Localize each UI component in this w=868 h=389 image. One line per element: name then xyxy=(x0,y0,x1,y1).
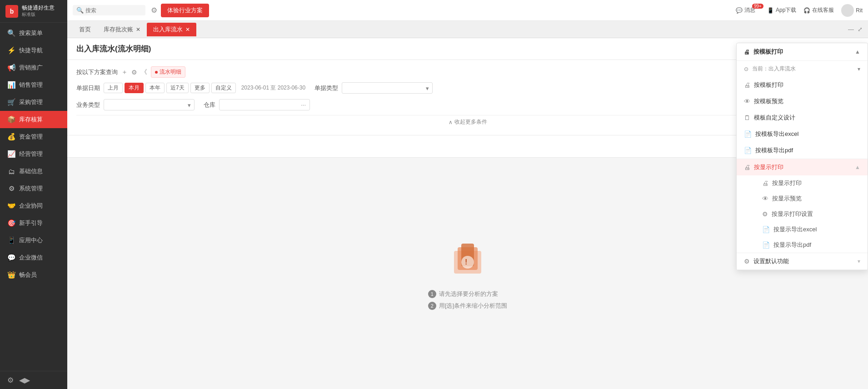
sidebar-label-inventory: 库存核算 xyxy=(19,115,43,124)
user-menu[interactable]: Rit xyxy=(841,4,863,17)
display-export-pdf-label: 按显示导出pdf xyxy=(773,241,860,249)
dropdown-header-label: 按模板打印 xyxy=(753,48,855,56)
collapse-label: 收起更多条件 xyxy=(454,118,487,126)
doc-type-select[interactable] xyxy=(342,82,433,94)
default-function-icon: ⚙ xyxy=(744,258,750,265)
dropdown-display-export-excel[interactable]: 📄 按显示导出excel xyxy=(746,222,868,237)
sidebar-item-basic[interactable]: 🗂 基础信息 xyxy=(0,163,67,180)
filter-tag-dot xyxy=(155,71,158,74)
sidebar-item-system[interactable]: ⚙ 系统管理 xyxy=(0,180,67,197)
template-custom-label: 模板自定义设计 xyxy=(754,114,860,122)
bottom-collapse-icon[interactable]: ◀▶ xyxy=(19,376,30,384)
template-export-pdf-icon: 📄 xyxy=(744,147,752,154)
sidebar-item-quick-nav[interactable]: ⚡ 快捷导航 xyxy=(0,42,67,59)
dropdown-display-header[interactable]: 🖨 按显示打印 ▲ xyxy=(737,159,868,175)
filter-settings-icon[interactable]: ⚙ xyxy=(131,69,137,76)
page-title: 出入库流水(流水明细) xyxy=(76,44,151,60)
tab-minimize-icon[interactable]: — xyxy=(848,26,854,33)
sidebar-item-purchase[interactable]: 🛒 采购管理 xyxy=(0,94,67,111)
doc-type-filter-item: 单据类型 xyxy=(314,82,433,94)
tab-expand-icon[interactable]: ⤢ xyxy=(858,26,863,33)
online-service-btn[interactable]: 🎧 在线客服 xyxy=(803,6,834,14)
display-settings-icon: ⚙ xyxy=(762,210,768,218)
topbar-right: 💬 消息 99+ 📱 App下载 🎧 在线客服 Rit xyxy=(736,4,863,17)
dropdown-panel: 🖨 按模板打印 ▲ ⊙ 当前：出入库流水 ▾ 🖨 按模板打印 👁 按模板预览 🗒… xyxy=(736,43,868,270)
dropdown-template-export-excel[interactable]: 📄 按模板导出excel xyxy=(737,126,868,142)
filter-add-icon[interactable]: ＋ xyxy=(121,68,128,76)
biz-type-select[interactable] xyxy=(104,99,195,110)
sidebar-item-enterprise-wx[interactable]: 💬 企业微信 xyxy=(0,249,67,266)
tabs-bar: 首页 库存批次账 ✕ 出入库流水 ✕ — ⤢ xyxy=(67,21,868,38)
date-btn-more[interactable]: 更多 xyxy=(190,83,210,93)
sidebar-item-finance[interactable]: 💰 资金管理 xyxy=(0,128,67,145)
user-avatar xyxy=(841,4,854,17)
sidebar-label-search-menu: 搜索菜单 xyxy=(19,29,43,37)
dropdown-template-export-pdf[interactable]: 📄 按模板导出pdf xyxy=(737,142,868,159)
topbar-gear-icon[interactable]: ⚙ xyxy=(151,6,157,15)
warehouse-filter-item: 仓库 ··· xyxy=(204,99,310,110)
display-print-section-label: 按显示打印 xyxy=(754,163,855,171)
system-icon: ⚙ xyxy=(7,185,15,193)
sidebar-item-guide[interactable]: 🎯 新手引导 xyxy=(0,214,67,232)
sidebar-label-marketing: 营销推广 xyxy=(19,64,43,72)
sidebar-item-search-menu[interactable]: 🔍 搜索菜单 xyxy=(0,25,67,42)
display-print-section-icon: 🖨 xyxy=(744,164,750,171)
doc-type-label: 单据类型 xyxy=(314,84,338,92)
empty-steps: 1 请先选择要分析的方案 2 用[选]条件来缩小分析范围 xyxy=(428,290,507,310)
dropdown-close-icon[interactable]: ▲ xyxy=(855,49,860,55)
date-btn-custom[interactable]: 自定义 xyxy=(211,83,236,93)
dropdown-display-preview[interactable]: 👁 按显示预览 xyxy=(746,191,868,206)
industry-btn[interactable]: 体验行业方案 xyxy=(161,4,209,17)
tab-expand-btns: — ⤢ xyxy=(848,26,863,33)
app-download-btn[interactable]: 📱 App下载 xyxy=(767,6,796,14)
sidebar-item-member[interactable]: 👑 畅会员 xyxy=(0,266,67,284)
tab-home-label: 首页 xyxy=(79,25,91,34)
tab-batch-account-close[interactable]: ✕ xyxy=(136,26,140,33)
dropdown-display-print[interactable]: 🖨 按显示打印 xyxy=(746,175,868,191)
tab-flow[interactable]: 出入库流水 ✕ xyxy=(147,23,196,36)
warehouse-more-icon[interactable]: ··· xyxy=(301,101,306,108)
template-export-excel-icon: 📄 xyxy=(744,130,752,138)
tab-home[interactable]: 首页 xyxy=(73,23,97,36)
date-btn-this-month[interactable]: 本月 xyxy=(125,83,144,93)
dropdown-display-export-pdf[interactable]: 📄 按显示导出pdf xyxy=(746,237,868,253)
bottom-settings-icon[interactable]: ⚙ xyxy=(7,376,14,384)
biz-type-label: 业务类型 xyxy=(76,101,100,109)
date-btn-last-month[interactable]: 上月 xyxy=(104,83,123,93)
display-export-excel-icon: 📄 xyxy=(762,226,770,233)
member-icon: 👑 xyxy=(7,271,15,279)
filter-collapse-icon[interactable]: 《 xyxy=(141,68,147,76)
app-icon: 📱 xyxy=(767,7,774,14)
sidebar-item-operation[interactable]: 📈 经营管理 xyxy=(0,145,67,163)
date-btn-this-year[interactable]: 本年 xyxy=(145,83,165,93)
dropdown-display-settings[interactable]: ⚙ 按显示打印设置 xyxy=(746,206,868,222)
display-preview-icon: 👁 xyxy=(762,195,768,202)
message-btn[interactable]: 💬 消息 99+ xyxy=(736,6,760,14)
sidebar-item-inventory[interactable]: 📦 库存核算 xyxy=(0,111,67,128)
svg-text:!: ! xyxy=(465,258,467,266)
dropdown-template-preview[interactable]: 👁 按模板预览 xyxy=(737,93,868,110)
dropdown-template-print[interactable]: 🖨 按模板打印 xyxy=(737,77,868,93)
dropdown-display-sub: 🖨 按显示打印 👁 按显示预览 ⚙ 按显示打印设置 📄 按显示导出excel 📄… xyxy=(737,175,868,253)
tab-flow-close[interactable]: ✕ xyxy=(185,26,190,33)
sidebar-item-enterprise[interactable]: 🤝 企业协同 xyxy=(0,197,67,214)
date-filter-item: 单据日期 上月 本月 本年 近7天 更多 自定义 2023-06-01 至 20… xyxy=(76,83,305,93)
sidebar-item-app-center[interactable]: 📱 应用中心 xyxy=(0,232,67,249)
dropdown-template-custom[interactable]: 🗒 模板自定义设计 xyxy=(737,110,868,126)
sidebar-item-marketing[interactable]: 📢 营销推广 xyxy=(0,59,67,76)
template-dot-icon: ⊙ xyxy=(744,66,748,72)
template-print-icon: 🖨 xyxy=(744,81,750,89)
message-badge: 99+ xyxy=(752,4,763,9)
sidebar-item-sales[interactable]: 📊 销售管理 xyxy=(0,76,67,94)
topbar-search-input[interactable] xyxy=(85,7,135,14)
dropdown-section-default: ⚙ 设置默认功能 ▾ xyxy=(737,253,868,270)
biz-type-filter-item: 业务类型 xyxy=(76,99,195,110)
display-preview-label: 按显示预览 xyxy=(772,194,860,203)
warehouse-input[interactable]: ··· xyxy=(219,99,310,110)
dropdown-current-item[interactable]: ⊙ 当前：出入库流水 ▾ xyxy=(737,61,868,77)
dropdown-default-function[interactable]: ⚙ 设置默认功能 ▾ xyxy=(737,253,868,269)
tab-batch-account[interactable]: 库存批次账 ✕ xyxy=(97,23,147,36)
date-btn-7days[interactable]: 近7天 xyxy=(166,83,189,93)
topbar: 🔍 ⚙ 体验行业方案 💬 消息 99+ 📱 App下载 🎧 在线客服 Rit xyxy=(67,0,868,21)
online-service-label: 在线客服 xyxy=(812,6,834,14)
